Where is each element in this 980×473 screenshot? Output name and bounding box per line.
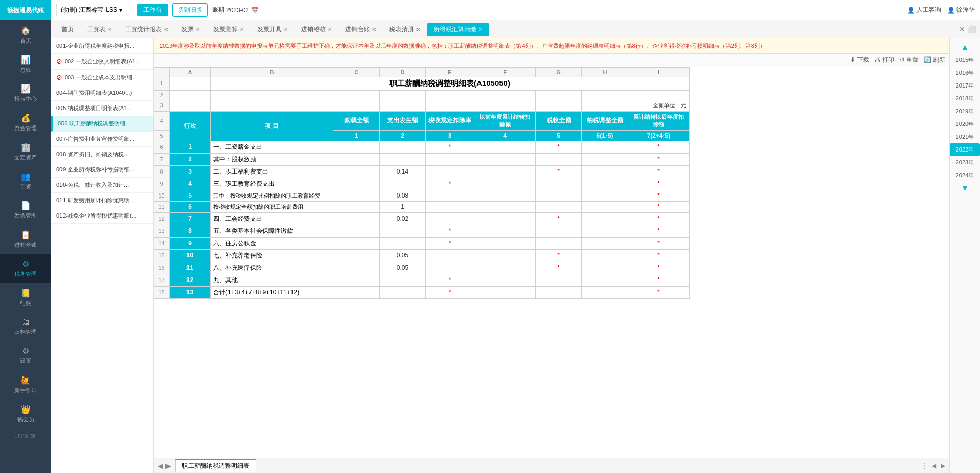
cell-16-e[interactable]: [426, 262, 474, 274]
cell-17-label[interactable]: 九、其他: [211, 274, 333, 286]
cell-13-f[interactable]: [474, 225, 536, 237]
cell-18-c[interactable]: [333, 286, 380, 298]
cell-14-g[interactable]: [536, 237, 582, 249]
support-button[interactable]: 👤 人工客询: [907, 6, 941, 14]
cell-3A[interactable]: [170, 100, 211, 111]
cancel-pin-button[interactable]: 取消固定: [0, 428, 51, 444]
cell-2F[interactable]: [474, 90, 536, 100]
calendar-icon[interactable]: 📅: [251, 7, 259, 14]
cell-14-h[interactable]: [582, 237, 628, 249]
cell-6-f[interactable]: [474, 141, 536, 153]
cell-14-f[interactable]: [474, 237, 536, 249]
cell-6-label[interactable]: 一、工资薪金支出: [211, 141, 333, 153]
tab-check[interactable]: 进销稽核 ✕: [295, 23, 338, 36]
cell-16-d[interactable]: 0.05: [380, 262, 426, 274]
user-menu[interactable]: 👤 徐淫华: [947, 6, 975, 14]
cell-10-h[interactable]: [582, 190, 628, 201]
cell-3G[interactable]: [536, 100, 582, 111]
company-selector[interactable]: (勿删) 江西睿宝-LSS ▾: [56, 4, 133, 16]
tab-invoice-issue-close[interactable]: ✕: [284, 27, 288, 32]
cell-18-d[interactable]: [380, 286, 426, 298]
year-up-button[interactable]: ▲: [959, 40, 971, 54]
cell-10-c[interactable]: [333, 190, 380, 201]
cell-12-g[interactable]: *: [536, 212, 582, 225]
tab-tax-settlement[interactable]: 所得税汇算清缴 ✕: [427, 23, 489, 36]
year-2022[interactable]: 2022年: [950, 143, 980, 156]
sidebar-item-settle[interactable]: 📒 结账: [0, 283, 51, 312]
tab-payroll-stats[interactable]: 工资统计报表 ✕: [119, 23, 174, 36]
cell-3C[interactable]: [333, 100, 380, 111]
cell-17-d[interactable]: [380, 274, 426, 286]
cell-12-h[interactable]: [582, 212, 628, 225]
cell-2E[interactable]: [426, 90, 474, 100]
year-2018[interactable]: 2018年: [950, 92, 980, 105]
cell-6-h[interactable]: [582, 141, 628, 153]
cell-3F[interactable]: [474, 100, 536, 111]
cell-10-g[interactable]: [536, 190, 582, 201]
tab-tax-book-close[interactable]: ✕: [416, 27, 420, 32]
sidebar-item-ledger[interactable]: 📊 总账: [0, 50, 51, 79]
cell-2A[interactable]: [170, 90, 211, 100]
cell-13-e[interactable]: *: [426, 225, 474, 237]
cell-3E[interactable]: [426, 100, 474, 111]
cell-18-g[interactable]: [536, 286, 582, 298]
cell-17-g[interactable]: [536, 274, 582, 286]
sidebar-item-finance[interactable]: 💰 资金管理: [0, 108, 51, 137]
cell-8-label[interactable]: 二、职工福利费支出: [211, 165, 333, 178]
cell-12-f[interactable]: [474, 212, 536, 225]
cell-10-d[interactable]: 0.08: [380, 190, 426, 201]
cell-11-i[interactable]: *: [628, 201, 690, 212]
cell-1A[interactable]: [170, 77, 211, 90]
cell-11-g[interactable]: [536, 201, 582, 212]
tab-payroll-close[interactable]: ✕: [108, 27, 112, 32]
scroll-left-icon[interactable]: ◀: [932, 462, 936, 469]
cell-3D[interactable]: [380, 100, 426, 111]
scroll-right-icon[interactable]: ▶: [941, 462, 945, 469]
cell-6-d[interactable]: [380, 141, 426, 153]
cell-16-c[interactable]: [333, 262, 380, 274]
cell-6-e[interactable]: *: [426, 141, 474, 153]
list-item-006[interactable]: 006-职工薪酬纳税调整明细...: [51, 116, 153, 132]
cell-16-f[interactable]: [474, 262, 536, 274]
cell-7-i[interactable]: *: [628, 153, 690, 165]
cell-17-c[interactable]: [333, 274, 380, 286]
cell-10-f[interactable]: [474, 190, 536, 201]
bottom-sheet-tab[interactable]: 职工薪酬纳税调整明细表: [175, 459, 256, 472]
year-2015[interactable]: 2015年: [950, 54, 980, 67]
tab-home[interactable]: 首页: [55, 23, 80, 36]
cell-9-g[interactable]: [536, 178, 582, 190]
list-item-008[interactable]: 008-资产折旧、摊销及纳税...: [51, 147, 153, 162]
tab-payroll-stats-close[interactable]: ✕: [164, 27, 168, 32]
cell-18-e[interactable]: *: [426, 286, 474, 298]
cell-15-g[interactable]: *: [536, 249, 582, 262]
download-button[interactable]: ⬇ 下载: [850, 56, 869, 64]
cell-11-c[interactable]: [333, 201, 380, 212]
cell-17-e[interactable]: *: [426, 274, 474, 286]
cell-10-label[interactable]: 其中：按税收规定比例扣除的职工教育经费: [211, 190, 333, 201]
list-item-001[interactable]: 001-企业所得税年度纳税申报...: [51, 38, 153, 54]
cell-14-i[interactable]: *: [628, 237, 690, 249]
sheet-nav-left[interactable]: ◀: [158, 462, 163, 470]
cell-8-g[interactable]: *: [536, 165, 582, 178]
cell-12-c[interactable]: [333, 212, 380, 225]
cell-15-h[interactable]: [582, 249, 628, 262]
list-item-009[interactable]: 009-企业所得税弥补亏损明细...: [51, 162, 153, 178]
cell-9-c[interactable]: [333, 178, 380, 190]
cell-18-label[interactable]: 合计(1+3+4+7+8+9+10+11+12): [211, 286, 333, 298]
cell-15-f[interactable]: [474, 249, 536, 262]
sidebar-item-guide[interactable]: 🙋 新手引导: [0, 370, 51, 399]
list-item-003[interactable]: ⊘ 003-一般企业成本支出明细...: [51, 70, 153, 85]
cell-14-c[interactable]: [333, 237, 380, 249]
cell-7-c[interactable]: [333, 153, 380, 165]
cell-6-g[interactable]: *: [536, 141, 582, 153]
cell-12-d[interactable]: 0.02: [380, 212, 426, 225]
list-item-005[interactable]: 005-纳税调整项目明细表(A1...: [51, 101, 153, 116]
sidebar-item-assets[interactable]: 🏢 固定资产: [0, 137, 51, 166]
sidebar-item-tax[interactable]: ⚙ 税务管理: [0, 254, 51, 283]
cell-18-h[interactable]: [582, 286, 628, 298]
tab-invoice-calc[interactable]: 发票测算 ✕: [207, 23, 250, 36]
sheet-nav-right[interactable]: ▶: [165, 462, 171, 470]
sidebar-item-reports[interactable]: 📈 报表中心: [0, 79, 51, 108]
cell-15-e[interactable]: [426, 249, 474, 262]
tab-check-close[interactable]: ✕: [328, 27, 332, 32]
